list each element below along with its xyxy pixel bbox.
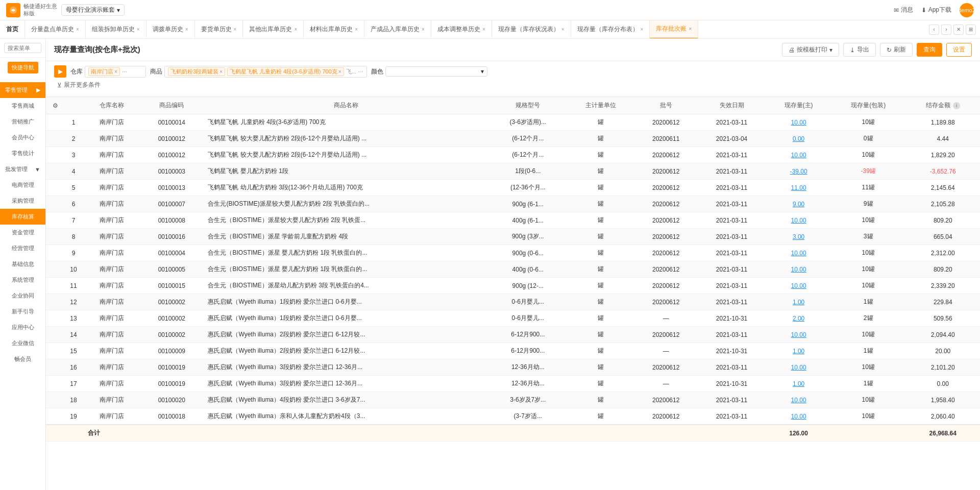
th-settings[interactable]: ⚙ (46, 97, 64, 114)
tab-product-in[interactable]: 产成品入库单历史 × (364, 20, 431, 39)
td-batch-15: 20200612 (635, 359, 697, 376)
table-row: 4 南岸门店 00100003 飞鹤星飞帆 婴儿配方奶粉 1段 1段(0-6..… (46, 163, 980, 180)
td-qty-main-9[interactable]: 10.00 (766, 261, 831, 278)
td-qty-main-6[interactable]: 10.00 (766, 212, 831, 229)
td-qty-main-14[interactable]: 1.00 (766, 343, 831, 359)
product-ellipsis[interactable]: ··· (358, 68, 363, 75)
td-qty-main-12[interactable]: 2.00 (766, 310, 831, 327)
export-button[interactable]: ⤓ 导出 (843, 43, 876, 57)
settings-button[interactable]: 设置 (946, 43, 972, 57)
sidebar-item-marketing[interactable]: 营销推广 (0, 114, 45, 130)
close-tab-split[interactable]: × (76, 27, 79, 32)
sidebar-item-enterprise[interactable]: 企业协同 (0, 288, 45, 304)
sidebar-item-basic[interactable]: 基础信息 (0, 256, 45, 272)
td-balance-12: 509.56 (905, 310, 980, 327)
close-tab-batch[interactable]: × (689, 26, 692, 32)
sidebar-item-ecommerce[interactable]: 电商管理 (0, 177, 45, 193)
td-qty-main-15[interactable]: 10.00 (766, 359, 831, 376)
td-balance-15: 2,101.20 (905, 359, 980, 376)
nav-prev-arrow[interactable]: ‹ (929, 24, 939, 35)
industry-select[interactable]: 母婴行业演示账套 ▾ (61, 4, 125, 16)
avatar[interactable]: demo2 (960, 3, 974, 17)
tab-stock-dist[interactable]: 现存量（库存分布表） × (571, 20, 650, 39)
app-download-button[interactable]: ⬇ App下载 (921, 6, 951, 14)
sidebar-item-wholesale[interactable]: 批发管理 ▼ (0, 161, 45, 177)
product-tag-container[interactable]: 飞鹤奶粉3段两罐装 × 飞鹤星飞帆 儿童奶粉 4段(3-6岁适用) 700克 ×… (164, 66, 367, 78)
tab-other-out[interactable]: 其他出库单历史 × (243, 20, 304, 39)
close-tab-stock-status[interactable]: × (561, 27, 565, 32)
sidebar-item-member[interactable]: 会员中心 (0, 130, 45, 145)
tab-require[interactable]: 要货单历史 × (195, 20, 243, 39)
search-input[interactable] (4, 43, 41, 53)
td-qty-main-18[interactable]: 10.00 (766, 408, 831, 425)
sidebar-item-app-center[interactable]: 应用中心 (0, 320, 45, 335)
close-tab-other-out[interactable]: × (294, 27, 297, 32)
sidebar-item-enterprise-wechat[interactable]: 企业微信 (0, 335, 45, 351)
close-tab-stock-dist[interactable]: × (641, 27, 644, 32)
nav-more[interactable]: ⊞ (966, 24, 976, 35)
td-qty-main-1[interactable]: 0.00 (766, 131, 831, 147)
query-button[interactable]: 查询 (917, 43, 942, 57)
sidebar-item-guide[interactable]: 新手引导 (0, 304, 45, 320)
td-qty-main-7[interactable]: 3.00 (766, 229, 831, 245)
td-qty-main-5[interactable]: 9.00 (766, 196, 831, 212)
td-name-1: 飞鹤星飞帆 较大婴儿配方奶粉 2段(6-12个月婴幼儿适用) ... (203, 131, 489, 147)
nav-next-arrow[interactable]: › (941, 24, 951, 35)
td-qty-main-0[interactable]: 10.00 (766, 114, 831, 131)
message-button[interactable]: ✉ 消息 (894, 6, 913, 14)
template-print-button[interactable]: 🖨 按模板打印 ▾ (782, 43, 839, 57)
expand-more-button[interactable]: ⊻ 展开更多条件 (54, 78, 972, 92)
info-icon[interactable]: i (953, 102, 960, 109)
td-qty-main-8[interactable]: 10.00 (766, 245, 831, 261)
remove-product-tag-0[interactable]: × (219, 69, 223, 75)
close-tab-material-out[interactable]: × (355, 27, 358, 32)
remove-product-tag-1[interactable]: × (338, 69, 341, 75)
column-settings-icon[interactable]: ⚙ (53, 102, 58, 109)
tab-cost-adjust[interactable]: 成本调整单历史 × (431, 20, 492, 39)
td-qty-main-16[interactable]: 1.00 (766, 376, 831, 392)
td-qty-main-2[interactable]: 10.00 (766, 147, 831, 163)
sidebar-item-retail-store[interactable]: 零售商城 (0, 98, 45, 114)
sidebar-item-shortcut[interactable]: 快捷导航 (0, 58, 45, 78)
sidebar-item-purchase[interactable]: 采购管理 (0, 193, 45, 209)
sidebar-item-system[interactable]: 系统管理 (0, 272, 45, 288)
tab-batch-voucher[interactable]: 库存批次账 × (650, 20, 698, 39)
sidebar-item-operation[interactable]: 经营管理 (0, 240, 45, 256)
close-tab-combo[interactable]: × (137, 27, 140, 32)
sidebar-item-inventory[interactable]: 库存核算 (0, 209, 45, 225)
td-qty-main-13[interactable]: 10.00 (766, 327, 831, 343)
tab-home[interactable]: 首页 (0, 20, 25, 39)
remove-warehouse-tag[interactable]: × (114, 69, 117, 75)
nav-close-all[interactable]: ✕ (953, 24, 964, 35)
td-code-6: 00100008 (140, 212, 203, 229)
warehouse-tag-container[interactable]: 南岸门店 × ··· (85, 66, 146, 78)
refresh-button[interactable]: ↻ 刷新 (880, 43, 913, 57)
filter-toggle[interactable]: ▶ (54, 65, 66, 78)
close-tab-require[interactable]: × (234, 27, 237, 32)
td-warehouse-10: 南岸门店 (83, 278, 140, 294)
sidebar-item-finance[interactable]: 资金管理 (0, 225, 45, 240)
close-tab-cost-adjust[interactable]: × (482, 27, 485, 32)
tab-split-history[interactable]: 分量盘点单历史 × (25, 20, 86, 39)
tab-stock-status[interactable]: 现存量（库存状况表） × (492, 20, 571, 39)
td-qty-main-3[interactable]: -39.00 (766, 163, 831, 180)
td-qty-main-11[interactable]: 1.00 (766, 294, 831, 310)
close-tab-adjust[interactable]: × (185, 27, 188, 32)
tab-material-out[interactable]: 材料出库单历史 × (304, 20, 364, 39)
sidebar-item-retail[interactable]: 零售管理 ▶ (0, 82, 45, 98)
td-qty-main-10[interactable]: 10.00 (766, 278, 831, 294)
warehouse-ellipsis[interactable]: ··· (122, 68, 127, 75)
tab-combo[interactable]: 组装拆卸单历史 × (86, 20, 146, 39)
main-layout: 快捷导航 零售管理 ▶ 零售商城 营销推广 会员中心 零售统计 批发管理 ▼ 电… (0, 39, 980, 490)
product-more[interactable]: 飞... (346, 68, 356, 76)
td-name-4: 飞鹤星飞帆 幼儿配方奶粉 3段(12-36个月幼儿适用) 700克 (203, 180, 489, 196)
td-settings-8 (46, 245, 64, 261)
color-tag-container[interactable]: ▾ (385, 66, 487, 77)
td-qty-main-17[interactable]: 10.00 (766, 392, 831, 408)
close-tab-product-in[interactable]: × (422, 27, 425, 32)
sidebar-item-retail-stats[interactable]: 零售统计 (0, 145, 45, 161)
sidebar-item-vip[interactable]: 畅会员 (0, 351, 45, 367)
tab-adjust[interactable]: 调拨单历史 × (146, 20, 195, 39)
td-qty-main-4[interactable]: 11.00 (766, 180, 831, 196)
td-warehouse-15: 南岸门店 (83, 359, 140, 376)
